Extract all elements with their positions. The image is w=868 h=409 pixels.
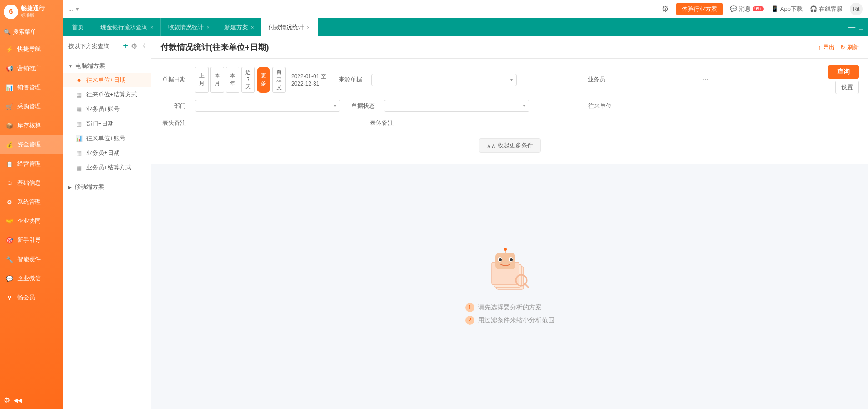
footer-collapse-icon[interactable]: ◀◀ <box>14 397 22 404</box>
message-icon: 💬 <box>730 5 737 12</box>
member-icon: V <box>5 293 14 302</box>
cooperation-icon: 🤝 <box>5 217 14 225</box>
scheme-settings-icon[interactable]: ⚙ <box>131 42 137 50</box>
staff-input[interactable] <box>614 74 696 85</box>
try-plan-button[interactable]: 体验行业方案 <box>676 3 723 15</box>
sidebar-item-quick-nav[interactable]: ⚡ 快捷导航 <box>0 40 63 59</box>
svg-point-7 <box>510 258 513 261</box>
source-select[interactable]: ▾ <box>371 74 517 86</box>
logo-icon: 6 <box>4 5 18 19</box>
sidebar-item-marketing[interactable]: 📢 营销推广 <box>0 59 63 78</box>
footer-settings-icon[interactable]: ⚙ <box>4 396 10 404</box>
sidebar-item-sales[interactable]: 📊 销售管理 <box>0 78 63 97</box>
date-label: 单据日期 <box>160 76 186 84</box>
scheme-item-staff-settle[interactable]: ▦ 业务员+结算方式 <box>63 160 151 175</box>
tab-minimize-icon[interactable]: — <box>848 23 855 31</box>
date-this-year[interactable]: 本年 <box>226 67 239 93</box>
date-custom[interactable]: 自定义 <box>272 67 286 93</box>
svg-point-6 <box>499 258 502 261</box>
sidebar-item-member[interactable]: V 畅会员 <box>0 288 63 307</box>
tab-bank-close[interactable]: × <box>150 25 153 30</box>
body-note-input[interactable] <box>403 117 530 128</box>
filter-settings-button[interactable]: 设置 <box>835 81 859 94</box>
dept-control: ▾ <box>195 100 340 112</box>
page-title: 付款情况统计(往来单位+日期) <box>160 42 269 53</box>
quick-nav-icon: ⚡ <box>5 45 14 53</box>
tabbar-end: — □ <box>843 18 868 36</box>
filter-row-1: 单据日期 上月 本月 本年 近7天 更多 自定义 2022-01-01 至 20… <box>160 65 859 94</box>
search-icon: 🔍 <box>4 29 11 35</box>
tab-pay-stat[interactable]: 付款情况统计 × <box>261 18 317 36</box>
header-note-input[interactable] <box>195 117 295 128</box>
tab-new-plan-close[interactable]: × <box>251 25 254 30</box>
tab-new-plan[interactable]: 新建方案 × <box>217 18 261 36</box>
user-avatar[interactable]: Rit <box>850 3 863 15</box>
scheme-table-icon3: ▦ <box>75 120 83 127</box>
dept-select[interactable]: ▾ <box>195 100 340 112</box>
sidebar-item-cooperation[interactable]: 🤝 企业协同 <box>0 212 63 231</box>
svg-rect-3 <box>495 253 515 269</box>
collapse-filter-button[interactable]: ∧∧ 收起更多条件 <box>479 138 541 153</box>
main-area: ... ▾ ⚙ 体验行业方案 💬 消息 99+ 📱 App下载 🎧 在线客服 <box>63 0 868 409</box>
scheme-item-staff-account[interactable]: ▦ 业务员+账号 <box>63 102 151 116</box>
body-note-label: 表体备注 <box>368 119 394 127</box>
scheme-table-icon5: ▦ <box>75 164 83 171</box>
export-icon: ↑ <box>818 44 822 51</box>
online-service-button[interactable]: 🎧 在线客服 <box>810 5 843 13</box>
date-this-month[interactable]: 本月 <box>210 67 224 93</box>
filter-action-col: 查询 设置 <box>823 65 859 94</box>
date-last-7days[interactable]: 近7天 <box>241 67 255 93</box>
tab-pay-stat-close[interactable]: × <box>307 25 309 30</box>
topbar-actions: ⚙ 体验行业方案 💬 消息 99+ 📱 App下载 🎧 在线客服 Rit <box>662 3 863 15</box>
service-icon: 🎧 <box>810 5 817 12</box>
query-button[interactable]: 查询 <box>828 65 859 79</box>
scheme-group-mobile-header[interactable]: ▶ 移动端方案 <box>63 180 151 194</box>
header-note-control <box>195 117 359 128</box>
scheme-group-desktop: ▼ 电脑端方案 ● 往来单位+日期 ▦ 往来单位+结算方式 ▦ 业务员+账号 <box>63 56 151 177</box>
refresh-button[interactable]: ↻ 刷新 <box>840 43 859 51</box>
empty-illustration <box>483 248 537 294</box>
sidebar-search[interactable]: 🔍 搜索菜单 <box>0 24 63 40</box>
sidebar-item-basic[interactable]: 🗂 基础信息 <box>0 173 63 192</box>
status-select[interactable]: ▾ <box>384 100 529 112</box>
page-header-actions: ↑ 导出 ↻ 刷新 <box>818 43 859 51</box>
scheme-item-dept-date[interactable]: ▦ 部门+日期 <box>63 116 151 131</box>
app-download-button[interactable]: 📱 App下载 <box>771 5 803 13</box>
sidebar-item-finance[interactable]: 💰 资金管理 <box>0 135 63 154</box>
topbar-settings-icon[interactable]: ⚙ <box>662 4 669 14</box>
scheme-group-mobile: ▶ 移动端方案 <box>63 177 151 197</box>
scheme-item-unit-account[interactable]: 📊 往来单位+账号 <box>63 131 151 146</box>
staff-dots-button[interactable]: ··· <box>703 76 708 84</box>
sidebar-item-hardware[interactable]: 🔧 智能硬件 <box>0 250 63 269</box>
filter-row-3: 表头备注 表体备注 <box>160 117 859 128</box>
sidebar-item-purchase[interactable]: 🛒 采购管理 <box>0 97 63 116</box>
sidebar-item-system[interactable]: ⚙ 系统管理 <box>0 192 63 212</box>
sidebar-item-inventory[interactable]: 📦 库存核算 <box>0 116 63 135</box>
tab-bank[interactable]: 现金银行流水查询 × <box>93 18 161 36</box>
export-button[interactable]: ↑ 导出 <box>818 43 835 51</box>
tab-receive[interactable]: 收款情况统计 × <box>161 18 217 36</box>
empty-tip-1: 1 请先选择要分析的方案 <box>465 303 554 312</box>
unit-dots-button[interactable]: ··· <box>709 102 715 110</box>
unit-input[interactable] <box>621 101 703 111</box>
scheme-group-desktop-header[interactable]: ▼ 电脑端方案 <box>63 59 151 73</box>
sidebar-item-wechat[interactable]: 💬 企业微信 <box>0 269 63 288</box>
scheme-item-unit-settle[interactable]: ▦ 往来单位+结算方式 <box>63 87 151 102</box>
date-more[interactable]: 更多 <box>257 67 270 93</box>
sidebar-item-guide[interactable]: 🎯 新手引导 <box>0 231 63 250</box>
scheme-item-staff-date[interactable]: ▦ 业务员+日期 <box>63 146 151 160</box>
scheme-item-unit-date[interactable]: ● 往来单位+日期 <box>63 73 151 87</box>
date-last-month[interactable]: 上月 <box>195 67 209 93</box>
tab-maximize-icon[interactable]: □ <box>859 23 863 31</box>
sidebar-item-operations[interactable]: 📋 经营管理 <box>0 154 63 173</box>
panel-collapse-icon[interactable]: 《 <box>140 42 145 50</box>
add-scheme-button[interactable]: + <box>123 41 128 51</box>
tab-receive-close[interactable]: × <box>206 25 209 30</box>
tab-home[interactable]: 首页 <box>63 18 93 36</box>
dept-label: 部门 <box>160 102 186 110</box>
left-panel: 按以下方案查询 + ⚙ 《 ▼ 电脑端方案 ● 往来单位+日期 <box>63 36 151 409</box>
status-chevron-icon: ▾ <box>523 103 525 108</box>
message-button[interactable]: 💬 消息 99+ <box>730 5 764 13</box>
unit-label: 往来单位 <box>586 102 612 110</box>
hardware-icon: 🔧 <box>5 255 14 263</box>
